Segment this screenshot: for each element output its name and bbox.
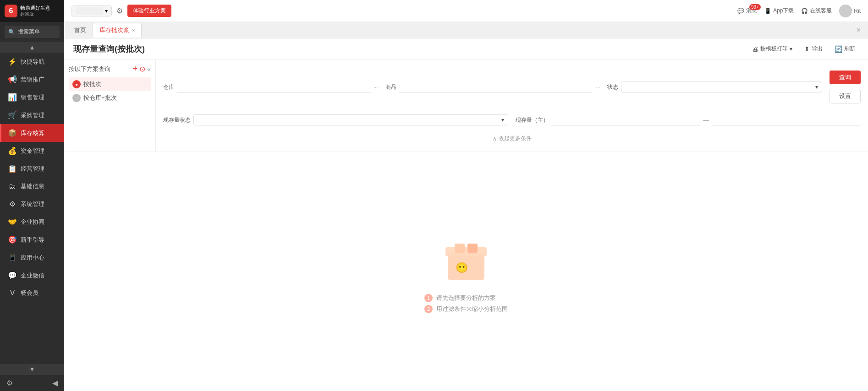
page-actions: 🖨 按模板打印 ▾ ⬆ 导出 🔄 刷新 <box>748 43 859 54</box>
message-icon: 💬 <box>737 8 744 14</box>
sidebar-item-operations[interactable]: 📋 经营管理 <box>0 160 64 178</box>
online-service-button[interactable]: 🎧 在线客服 <box>801 7 832 15</box>
sidebar-item-marketing[interactable]: 📢 营销推广 <box>0 71 64 88</box>
tabbar: 首页 库存批次账 × × <box>64 22 868 38</box>
footer-collapse-button[interactable]: ◀ <box>52 379 58 387</box>
quick-nav-icon: ⚡ <box>8 57 17 66</box>
scheme-add-button[interactable]: + <box>133 64 138 74</box>
filter-row-2: 现存量状态 ▾ 现存量（主） — <box>163 114 861 125</box>
hint-1-text: 请先选择要分析的方案 <box>436 294 496 302</box>
enterprise-icon: 🤝 <box>8 217 17 226</box>
sidebar-item-label: 采购管理 <box>21 111 44 119</box>
filter-panel: 按以下方案查询 + ⊙ « ● 按批次 ○ 按仓库+批次 <box>64 60 868 152</box>
sidebar-item-system[interactable]: ⚙ 系统管理 <box>0 195 64 213</box>
hint-2-num: 2 <box>424 305 433 313</box>
print-button[interactable]: 🖨 按模板打印 ▾ <box>748 43 796 54</box>
basics-icon: 🗂 <box>8 182 17 190</box>
marketing-icon: 📢 <box>8 75 17 84</box>
empty-hints: 1 请先选择要分析的方案 2 用过滤条件来缩小分析范围 <box>424 294 508 313</box>
content-area: 现存量查询(按批次) 🖨 按模板打印 ▾ ⬆ 导出 🔄 刷新 <box>64 38 868 391</box>
scroll-up-arrow[interactable]: ▲ <box>0 42 64 53</box>
collapse-more-button[interactable]: ∧ 收起更多条件 <box>163 131 861 146</box>
sidebar-item-label: 快捷导航 <box>21 58 44 66</box>
tab-close-icon[interactable]: × <box>132 27 135 33</box>
svg-rect-1 <box>445 247 487 256</box>
sidebar-item-newguide[interactable]: 🎯 新手引导 <box>0 231 64 249</box>
scheme-collapse-button[interactable]: « <box>147 64 151 74</box>
footer-settings-button[interactable]: ⚙ <box>6 379 13 387</box>
sidebar-item-label: 企业微信 <box>21 272 44 280</box>
newguide-icon: 🎯 <box>8 235 17 244</box>
sidebar-item-enterprise[interactable]: 🤝 企业协同 <box>0 213 64 231</box>
sidebar-item-inventory[interactable]: 📦 库存核算 <box>0 124 64 142</box>
quantity-range: — <box>551 115 861 125</box>
warehouse-label: 仓库 <box>163 83 174 91</box>
export-button[interactable]: ⬆ 导出 <box>801 43 826 54</box>
app-logo: 6 <box>5 5 17 17</box>
warehouse-dots-icon[interactable]: ··· <box>374 84 378 90</box>
topbar-dropdown[interactable]: ▾ <box>71 5 112 16</box>
tab-inventory-batch[interactable]: 库存批次账 × <box>93 23 142 38</box>
product-dots-icon[interactable]: ··· <box>595 84 600 90</box>
sidebar-item-finance[interactable]: 💰 资金管理 <box>0 142 64 160</box>
quantity-max-input[interactable] <box>712 115 861 125</box>
sidebar-item-quick-nav[interactable]: ⚡ 快捷导航 <box>0 53 64 71</box>
svg-rect-2 <box>455 244 465 253</box>
scheme-item-label: 按仓库+批次 <box>83 94 117 102</box>
scheme-header-actions: + ⊙ « <box>133 64 151 74</box>
tab-home[interactable]: 首页 <box>68 23 93 37</box>
print-dropdown-icon: ▾ <box>790 46 792 52</box>
sidebar-item-label: 基础信息 <box>21 182 44 190</box>
settings-button[interactable]: 设置 <box>830 89 861 103</box>
page-header: 现存量查询(按批次) 🖨 按模板打印 ▾ ⬆ 导出 🔄 刷新 <box>64 38 868 60</box>
quantity-min-input[interactable] <box>551 115 700 125</box>
main-area: ▾ ⚙ 体验行业方案 💬 消息 99+ 📱 App下载 🎧 在线客服 <box>64 0 868 391</box>
filter-fields: 仓库 ··· 商品 ··· 状态 <box>156 60 868 152</box>
sidebar-item-basics[interactable]: 🗂 基础信息 <box>0 178 64 195</box>
online-service-icon: 🎧 <box>801 8 808 14</box>
hint-1-num: 1 <box>424 294 433 302</box>
scheme-item-warehouse-batch[interactable]: ○ 按仓库+批次 <box>69 91 151 105</box>
svg-rect-3 <box>467 244 478 253</box>
export-label: 导出 <box>812 45 823 53</box>
empty-hint-2: 2 用过滤条件来缩小分析范围 <box>424 305 508 313</box>
search-menu-button[interactable]: 🔍 搜索菜单 <box>5 26 60 38</box>
status-select[interactable]: ▾ <box>621 81 822 92</box>
topbar-gear-icon[interactable]: ⚙ <box>116 6 123 15</box>
corpwechat-icon: 💬 <box>8 271 17 280</box>
tab-inventory-batch-label: 库存批次账 <box>99 26 129 34</box>
sidebar-item-label: 营销推广 <box>21 76 44 84</box>
company-name: 畅康通好生意 <box>20 5 50 11</box>
sidebar-item-member[interactable]: V 畅会员 <box>0 284 64 302</box>
inventory-icon: 📦 <box>8 129 17 137</box>
sidebar-item-purchase[interactable]: 🛒 采购管理 <box>0 106 64 124</box>
message-button[interactable]: 💬 消息 99+ <box>737 7 757 15</box>
user-profile-button[interactable]: Rit <box>839 5 861 17</box>
warehouse-field: 仓库 ··· <box>163 82 378 92</box>
refresh-icon: 🔄 <box>835 45 842 53</box>
scheme-item-batch[interactable]: ● 按批次 <box>69 77 151 91</box>
sidebar-item-corpwechat[interactable]: 💬 企业微信 <box>0 266 64 284</box>
online-service-label: 在线客服 <box>810 7 832 15</box>
sidebar-item-label: 应用中心 <box>21 254 44 262</box>
user-avatar <box>839 5 852 17</box>
sidebar-navigation: ⚡ 快捷导航 📢 营销推广 📊 销售管理 🛒 采购管理 📦 库存核算 💰 资金管… <box>0 53 64 364</box>
sidebar-item-appcenter[interactable]: 📱 应用中心 <box>0 249 64 266</box>
user-avatar-placeholder <box>839 5 852 17</box>
query-button[interactable]: 查询 <box>830 71 861 84</box>
warehouse-input[interactable] <box>177 82 371 92</box>
scroll-down-arrow[interactable]: ▼ <box>0 364 64 375</box>
experience-button[interactable]: 体验行业方案 <box>127 5 171 17</box>
scheme-settings-button[interactable]: ⊙ <box>139 64 145 74</box>
sidebar-header: 6 畅康通好生意 标准版 <box>0 0 64 22</box>
refresh-button[interactable]: 🔄 刷新 <box>831 43 859 54</box>
stock-status-select[interactable]: ▾ <box>193 114 508 125</box>
purchase-icon: 🛒 <box>8 111 17 119</box>
tab-area-close-button[interactable]: × <box>853 24 864 36</box>
stock-quantity-field: 现存量（主） — <box>516 115 861 125</box>
sidebar-item-sales[interactable]: 📊 销售管理 <box>0 88 64 106</box>
app-download-button[interactable]: 📱 App下载 <box>764 7 794 15</box>
product-label: 商品 <box>385 83 396 91</box>
product-input[interactable] <box>399 82 593 92</box>
empty-svg: 😶 <box>439 230 494 285</box>
